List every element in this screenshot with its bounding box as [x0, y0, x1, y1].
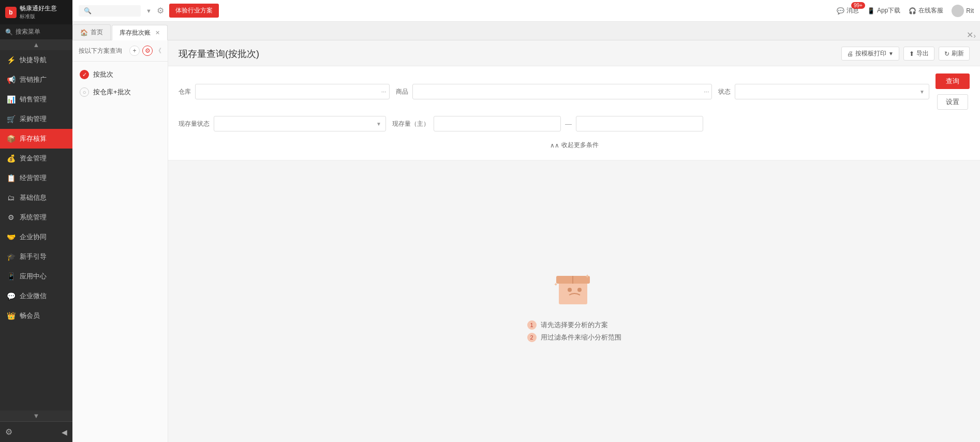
product-input[interactable]: [412, 84, 712, 99]
print-btn-label: 按模板打印: [855, 49, 886, 58]
scheme-item-by-warehouse-batch[interactable]: ○ 按仓库+批次: [72, 83, 168, 101]
product-more-btn[interactable]: ···: [704, 88, 709, 95]
left-panel-header: 按以下方案查询 + ⚙ 《: [72, 40, 168, 62]
app-download-btn[interactable]: 📱 App下载: [867, 6, 900, 15]
sidebar-scroll-down[interactable]: ▼: [0, 410, 72, 421]
sidebar-item-inventory[interactable]: 📦库存核算: [0, 129, 72, 149]
sidebar-item-sales[interactable]: 📊销售管理: [0, 90, 72, 109]
nav-label-member: 畅会员: [20, 311, 40, 320]
status-label: 状态: [718, 87, 731, 96]
nav-label-purchase: 采购管理: [20, 114, 47, 124]
app-title: 畅康通好生意: [20, 4, 57, 13]
export-btn-label: 导出: [916, 49, 929, 58]
svg-point-4: [577, 288, 582, 292]
sidebar-item-enterprise[interactable]: 🤝企业协同: [0, 227, 72, 247]
nav-icon-marketing: 📢: [6, 75, 16, 84]
app-title-group: 畅康通好生意 标准版: [20, 4, 57, 20]
sidebar-item-marketing[interactable]: 📢营销推广: [0, 70, 72, 90]
sidebar-item-purchase[interactable]: 🛒采购管理: [0, 109, 72, 129]
topbar-search-box[interactable]: 🔍: [79, 5, 141, 17]
sidebar-item-member[interactable]: 👑畅会员: [0, 306, 72, 326]
query-btn[interactable]: 查询: [936, 73, 970, 89]
panel-close-icon[interactable]: ✕: [967, 30, 973, 40]
warehouse-input[interactable]: [195, 84, 390, 99]
settings-icon[interactable]: ⚙: [5, 427, 12, 437]
tab-inventory-batch[interactable]: 库存批次账 ✕: [112, 25, 168, 40]
nav-icon-inventory: 📦: [6, 134, 16, 143]
empty-hints: 1 请先选择要分析的方案 2 用过滤条件来缩小分析范围: [527, 320, 621, 342]
stock-qty-from-input[interactable]: [434, 116, 561, 131]
print-btn[interactable]: 🖨 按模板打印 ▼: [841, 47, 899, 61]
sidebar-search[interactable]: 🔍 搜索菜单: [0, 24, 72, 39]
content: 按以下方案查询 + ⚙ 《 ✓ 按批次 ○ 按仓库+批次: [72, 40, 980, 442]
nav-icon-purchase: 🛒: [6, 114, 16, 124]
tab-close-icon[interactable]: ✕: [155, 30, 160, 36]
print-chevron-icon: ▼: [888, 51, 894, 56]
nav-icon-enterprise: 🤝: [6, 232, 16, 242]
scheme-list: ✓ 按批次 ○ 按仓库+批次: [72, 62, 168, 105]
scheme-inactive-icon: ○: [80, 87, 89, 97]
sidebar-item-operation[interactable]: 📋经营管理: [0, 168, 72, 188]
topbar-chevron-icon[interactable]: ▼: [146, 8, 152, 14]
nav-label-shortcut: 快捷导航: [20, 55, 47, 65]
sidebar-footer: ⚙ ◀: [0, 421, 72, 442]
status-filter-group: 状态 ▼: [718, 84, 929, 99]
search-icon: 🔍: [5, 28, 13, 36]
collapse-more-btn[interactable]: ∧∧ 收起更多条件: [547, 138, 602, 153]
user-avatar-btn[interactable]: Rit: [952, 5, 974, 17]
collapse-panel-btn[interactable]: 《: [155, 47, 161, 55]
export-btn[interactable]: ⬆ 导出: [903, 47, 934, 61]
sidebar-item-wechat[interactable]: 💬企业微信: [0, 286, 72, 306]
messages-btn[interactable]: 💬 消息 99+: [837, 6, 859, 15]
sidebar-scroll-up[interactable]: ▲: [0, 39, 72, 50]
scheme-label-by-warehouse-batch: 按仓库+批次: [93, 87, 131, 97]
stock-status-label: 现存量状态: [179, 120, 210, 128]
sidebar-item-appstore[interactable]: 📱应用中心: [0, 267, 72, 286]
trial-btn[interactable]: 体验行业方案: [169, 4, 219, 18]
nav-label-finance: 资金管理: [20, 154, 47, 163]
settings-btn[interactable]: 设置: [937, 94, 968, 110]
sidebar-search-label: 搜索菜单: [16, 27, 40, 36]
hint-text-1: 请先选择要分析的方案: [541, 320, 608, 330]
username-label: Rit: [966, 7, 974, 14]
empty-hint-2: 2 用过滤条件来缩小分析范围: [527, 333, 621, 342]
nav-label-operation: 经营管理: [20, 173, 47, 183]
product-input-wrapper: ···: [412, 84, 712, 99]
topbar-search-input[interactable]: [94, 7, 130, 14]
sidebar-item-finance[interactable]: 💰资金管理: [0, 149, 72, 168]
messages-badge: 99+: [851, 2, 865, 9]
collapse-up-icon: ∧∧: [550, 142, 559, 149]
main: 🔍 ▼ ⚙ 体验行业方案 💬 消息 99+ 📱 App下载 🎧 在线客服 Rit: [72, 0, 980, 442]
sidebar-nav: ⚡快捷导航📢营销推广📊销售管理🛒采购管理📦库存核算💰资金管理📋经营管理🗂基础信息…: [0, 50, 72, 410]
app-download-icon: 📱: [867, 7, 875, 14]
collapse-row: ∧∧ 收起更多条件: [179, 138, 970, 153]
nav-icon-operation: 📋: [6, 173, 16, 183]
scheme-item-by-batch[interactable]: ✓ 按批次: [72, 66, 168, 83]
panel-chevron-icon[interactable]: ›: [973, 32, 976, 40]
tabs-bar: 🏠 首页 库存批次账 ✕ ✕ ›: [72, 22, 980, 40]
right-panel: 现存量查询(按批次) 🖨 按模板打印 ▼ ⬆ 导出 ↻ 刷新: [168, 40, 980, 442]
nav-icon-appstore: 📱: [6, 272, 16, 281]
warehouse-more-btn[interactable]: ···: [381, 88, 387, 95]
sidebar-item-basic[interactable]: 🗂基础信息: [0, 188, 72, 208]
topbar-gear-icon[interactable]: ⚙: [157, 6, 164, 16]
warehouse-filter-group: 仓库 ···: [179, 84, 390, 99]
stock-status-select[interactable]: ▼: [214, 116, 386, 131]
refresh-btn[interactable]: ↻ 刷新: [939, 47, 970, 61]
settings-scheme-btn[interactable]: ⚙: [142, 46, 153, 56]
status-select[interactable]: ▼: [735, 84, 929, 99]
online-service-btn[interactable]: 🎧 在线客服: [909, 6, 943, 15]
collapse-sidebar-icon[interactable]: ◀: [62, 428, 67, 436]
tab-home-label: 首页: [91, 28, 103, 37]
tab-home[interactable]: 🏠 首页: [72, 24, 111, 40]
sidebar-item-system[interactable]: ⚙系统管理: [0, 208, 72, 227]
headset-icon: 🎧: [909, 7, 916, 14]
stock-qty-to-input[interactable]: [576, 116, 703, 131]
sidebar-item-shortcut[interactable]: ⚡快捷导航: [0, 50, 72, 70]
nav-label-wechat: 企业微信: [20, 291, 47, 301]
left-panel-title: 按以下方案查询: [79, 47, 122, 55]
empty-state: ✦ ✦ 1 请先选择要分析的方案 2 用过滤条件来缩小分析范围: [168, 160, 980, 442]
topbar-actions: 💬 消息 99+ 📱 App下载 🎧 在线客服 Rit: [837, 5, 974, 17]
add-scheme-btn[interactable]: +: [129, 46, 140, 56]
sidebar-item-newcomer[interactable]: 🎓新手引导: [0, 247, 72, 267]
